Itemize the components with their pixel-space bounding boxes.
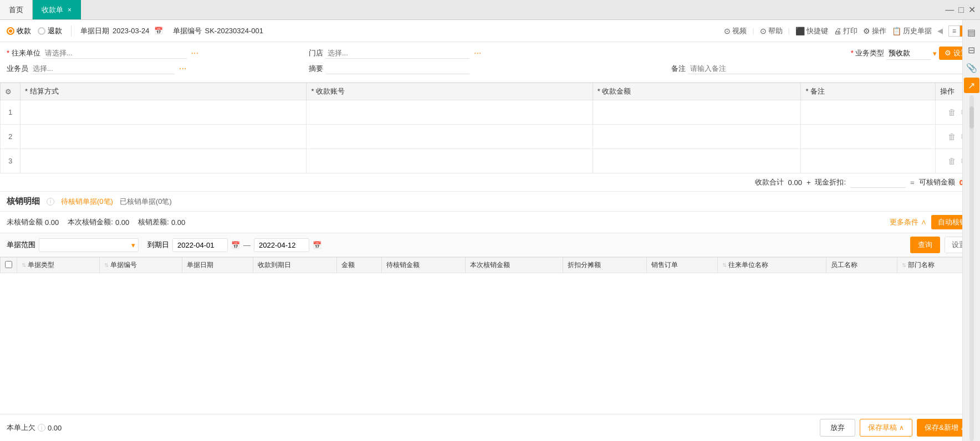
salesperson-more-btn[interactable]: ··· [177,64,188,74]
col-checkbox[interactable] [1,258,17,273]
row-3-delete-icon[interactable]: 🗑 [948,156,956,166]
row-2-note[interactable] [801,125,936,149]
uncanceled-label: 未核销金额 [7,217,43,227]
current-label: 本次核销金额: [68,217,113,227]
counterpart-more-btn[interactable]: ··· [189,48,201,58]
refund-radio[interactable]: 退款 [38,26,62,36]
row-3-amount[interactable] [593,149,801,173]
print-btn[interactable]: 🖨 打印 [834,26,858,36]
row-1-settle[interactable] [21,100,307,125]
video-icon: ⊙ [724,27,731,35]
video-btn[interactable]: ⊙ 视频 [724,26,747,36]
discount-input[interactable] [850,177,906,188]
calendar-icon[interactable]: 📅 [154,27,163,35]
tab-home[interactable]: 首页 [0,0,33,19]
operation-btn[interactable]: ⚙ 操作 [863,26,886,36]
col-doc-type[interactable]: 单据类型 [17,258,100,273]
tab-receipt[interactable]: 收款单 × [33,0,81,19]
row-1-amount[interactable] [593,100,801,125]
row-1-account[interactable] [307,100,593,125]
sidebar-icon-4[interactable]: ↗ [964,78,979,93]
date-sep: — [243,241,251,249]
row-3-note[interactable] [801,149,936,173]
divider-2: | [752,27,754,35]
refund-radio-dot [38,27,45,35]
summary-field: 摘要 [309,63,671,74]
store-input[interactable] [325,48,469,59]
bottom-actions: 放弃 保存草稿 ∧ 保存&新增 ∧ [820,419,973,437]
table-settings-icon[interactable]: ⚙ [5,88,12,96]
col-settle-method: * 结算方式 [21,83,307,100]
col-doc-num[interactable]: 单据编号 [100,258,182,273]
divider-1 [71,25,72,37]
range-select[interactable] [39,238,139,252]
sidebar-icon-1[interactable]: ▤ [964,24,979,40]
form-row-2: 业务员 ··· 摘要 备注 [7,63,973,74]
row-3-settle[interactable] [21,149,307,173]
col-counterpart[interactable]: 往来单位名称 [717,258,826,273]
row-2-amount[interactable] [593,125,801,149]
more-filter-btn[interactable]: 更多条件 ∧ [890,217,927,227]
list-view-icon[interactable]: ≡ [948,25,960,37]
date-from-input[interactable] [172,238,228,252]
date-value: 2023-03-24 [113,27,150,35]
col-op-label: 操作 [940,87,955,95]
bottom-label: 本单上欠 [7,423,35,433]
col-discount-amt: 折扣分摊额 [563,258,646,273]
tab-close-icon[interactable]: × [68,6,72,14]
receipt-radio[interactable]: 收款 [7,26,31,36]
summary-input[interactable] [325,63,469,74]
total-value: 0.00 [788,178,802,187]
query-btn[interactable]: 查询 [910,237,940,253]
right-sidebar: ▤ ⊟ 📎 ↗ [962,20,980,441]
shortcut-btn[interactable]: ⬛ 快捷键 [795,26,828,36]
summary-row: 收款合计 0.00 + 现金折扣: = 可核销金额 0.00 [0,173,980,192]
bottom-table: 单据类型 单据编号 单据日期 收款到期日 金额 待核销金额 本次核销金额 折扣分… [0,257,980,273]
save-draft-arrow-icon: ∧ [899,424,904,432]
row-1-num: 1 [1,100,21,125]
remark-field: 备注 [671,63,973,74]
col-settings[interactable]: ⚙ [1,83,21,100]
sidebar-icon-3[interactable]: 📎 [964,60,979,75]
diff-label: 核销差额: [138,217,169,227]
biz-type-arrow[interactable]: ▾ [933,49,937,58]
salesperson-input[interactable] [30,63,175,74]
help-btn[interactable]: ⊙ 帮助 [760,26,783,36]
eq-sign: = [910,178,915,187]
form-row-1: 往来单位 ··· 门店 ··· 业务类型 预收款 ▾ ⚙ 设置 [7,47,973,60]
remark-input[interactable] [688,63,973,74]
abandon-button[interactable]: 放弃 [820,419,855,437]
top-toolbar: 收款 退款 单据日期 2023-03-24 📅 单据编号 SK-20230324… [0,20,980,42]
sidebar-icon-2[interactable]: ⊟ [964,42,979,58]
pending-tab[interactable]: 待核销单据(0笔) [61,197,113,207]
counterpart-input[interactable] [43,48,187,59]
row-2-account[interactable] [307,125,593,149]
row-1-delete-icon[interactable]: 🗑 [948,107,956,117]
date-to-input[interactable] [254,238,309,252]
store-more-btn[interactable]: ··· [472,48,483,58]
row-2-settle[interactable] [21,125,307,149]
range-label: 单据范围 [7,240,35,250]
tab-home-label: 首页 [9,5,23,15]
row-3-account[interactable] [307,149,593,173]
print-icon: 🖨 [834,27,841,35]
maximize-icon[interactable]: □ [958,5,964,15]
nav-prev-icon[interactable]: ◀ [937,27,943,35]
save-draft-button[interactable]: 保存草稿 ∧ [860,419,912,437]
date-label: 到期日 [147,240,169,250]
done-tab[interactable]: 已核销单据(0笔) [120,197,172,207]
col-note: * 备注 [801,83,936,100]
current-value: 0.00 [115,218,129,227]
row-2-delete-icon[interactable]: 🗑 [948,132,956,141]
form-area: 往来单位 ··· 门店 ··· 业务类型 预收款 ▾ ⚙ 设置 [0,42,980,83]
history-btn[interactable]: 📋 历史单据 [892,26,932,36]
cal-from-icon[interactable]: 📅 [231,241,240,249]
minimize-icon[interactable]: — [945,5,954,15]
close-icon[interactable]: ✕ [968,4,976,15]
cal-to-icon[interactable]: 📅 [313,241,321,249]
video-label: 视频 [732,26,747,36]
range-select-wrap [39,238,139,252]
sidebar-scrollbar[interactable] [969,95,974,441]
row-1-note[interactable] [801,100,936,125]
select-all-checkbox[interactable] [5,261,12,268]
